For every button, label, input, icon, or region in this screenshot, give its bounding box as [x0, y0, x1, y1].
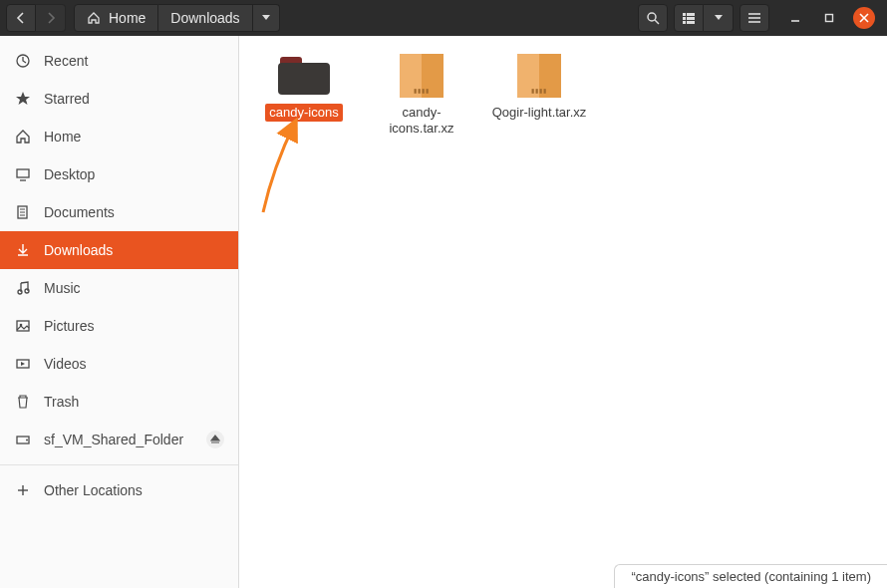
- svg-line-1: [655, 20, 659, 24]
- documents-icon: [14, 204, 32, 220]
- search-button[interactable]: [638, 4, 668, 32]
- sidebar-item-pictures[interactable]: Pictures: [0, 307, 238, 345]
- search-icon: [646, 11, 660, 25]
- caret-down-icon: [714, 14, 724, 22]
- sidebar-item-label: Other Locations: [44, 482, 224, 498]
- file-item-archive[interactable]: ▮▮▮▮ Qogir-light.tar.xz: [484, 50, 594, 122]
- hamburger-icon: [747, 12, 761, 24]
- desktop-icon: [14, 166, 32, 182]
- svg-point-0: [648, 13, 656, 21]
- hamburger-menu-button[interactable]: [739, 4, 769, 32]
- path-home[interactable]: Home: [74, 4, 158, 32]
- svg-rect-3: [687, 13, 695, 16]
- file-item-archive[interactable]: ▮▮▮▮ candy-icons.tar.xz: [367, 50, 476, 139]
- close-button[interactable]: [853, 7, 875, 29]
- sidebar-item-music[interactable]: Music: [0, 269, 238, 307]
- sidebar-item-shared-folder[interactable]: sf_VM_Shared_Folder: [0, 421, 238, 458]
- close-icon: [859, 13, 869, 23]
- titlebar: Home Downloads: [0, 0, 887, 36]
- plus-icon: [14, 483, 32, 497]
- svg-point-29: [26, 440, 28, 441]
- videos-icon: [14, 356, 32, 372]
- clock-icon: [14, 53, 32, 69]
- path-home-label: Home: [109, 10, 146, 26]
- home-icon: [87, 11, 101, 25]
- svg-rect-7: [687, 21, 695, 24]
- sidebar-item-label: Home: [44, 129, 224, 145]
- path-current-label: Downloads: [170, 10, 239, 26]
- svg-rect-5: [687, 17, 695, 20]
- sidebar-divider: [0, 464, 238, 465]
- caret-down-icon: [261, 14, 271, 22]
- annotation-arrow: [253, 108, 313, 217]
- sidebar-item-label: Videos: [44, 356, 224, 372]
- folder-icon: [274, 52, 334, 100]
- minimize-button[interactable]: [785, 8, 805, 28]
- sidebar-item-label: Downloads: [44, 242, 224, 258]
- sidebar-item-recent[interactable]: Recent: [0, 42, 238, 80]
- sidebar-item-label: Pictures: [44, 318, 224, 334]
- path-current[interactable]: Downloads: [158, 4, 252, 32]
- sidebar-item-label: Music: [44, 280, 224, 296]
- sidebar-item-label: Starred: [44, 91, 224, 107]
- svg-rect-16: [17, 169, 29, 177]
- sidebar-item-label: Trash: [44, 394, 224, 410]
- svg-rect-4: [683, 17, 686, 20]
- status-bar: “candy-icons” selected (containing 1 ite…: [614, 564, 887, 588]
- eject-button[interactable]: [206, 431, 224, 448]
- maximize-button[interactable]: [819, 8, 839, 28]
- file-item-folder[interactable]: candy-icons: [249, 50, 359, 122]
- music-icon: [14, 280, 32, 296]
- drive-icon: [14, 432, 32, 447]
- file-label: Qogir-light.tar.xz: [488, 104, 591, 122]
- sidebar-item-home[interactable]: Home: [0, 118, 238, 155]
- trash-icon: [14, 394, 32, 410]
- sidebar-item-starred[interactable]: Starred: [0, 80, 238, 118]
- sidebar-item-label: Desktop: [44, 166, 224, 182]
- sidebar-item-label: sf_VM_Shared_Folder: [44, 432, 194, 447]
- sidebar-item-other-locations[interactable]: Other Locations: [0, 471, 238, 509]
- svg-point-23: [25, 289, 29, 293]
- svg-rect-2: [683, 13, 686, 16]
- svg-rect-6: [683, 21, 686, 24]
- view-list-button[interactable]: [674, 4, 704, 32]
- status-text: “candy-icons” selected (containing 1 ite…: [631, 569, 871, 584]
- home-icon: [14, 129, 32, 145]
- sidebar-item-documents[interactable]: Documents: [0, 193, 238, 231]
- view-dropdown-button[interactable]: [704, 4, 734, 32]
- toolbar-right: [638, 4, 769, 32]
- sidebar-item-label: Documents: [44, 204, 224, 220]
- sidebar: Recent Starred Home Desktop Documents Do…: [0, 36, 239, 588]
- archive-icon: ▮▮▮▮: [509, 52, 569, 100]
- file-label: candy-icons.tar.xz: [369, 104, 474, 139]
- file-label: candy-icons: [265, 104, 342, 122]
- sidebar-item-videos[interactable]: Videos: [0, 345, 238, 383]
- back-button[interactable]: [6, 4, 36, 32]
- path-bar: Home Downloads: [74, 4, 280, 32]
- archive-icon: ▮▮▮▮: [392, 52, 451, 100]
- window-controls: [785, 7, 875, 29]
- path-dropdown[interactable]: [253, 4, 280, 32]
- forward-button[interactable]: [36, 4, 66, 32]
- list-view-icon: [682, 12, 696, 24]
- svg-rect-12: [826, 15, 833, 22]
- sidebar-item-downloads[interactable]: Downloads: [0, 231, 238, 269]
- file-view[interactable]: candy-icons ▮▮▮▮ candy-icons.tar.xz ▮▮▮▮…: [239, 36, 887, 588]
- downloads-icon: [14, 242, 32, 258]
- sidebar-item-trash[interactable]: Trash: [0, 383, 238, 421]
- sidebar-item-desktop[interactable]: Desktop: [0, 155, 238, 193]
- pictures-icon: [14, 318, 32, 334]
- sidebar-item-label: Recent: [44, 53, 224, 69]
- nav-buttons: [6, 4, 66, 32]
- star-icon: [14, 91, 32, 107]
